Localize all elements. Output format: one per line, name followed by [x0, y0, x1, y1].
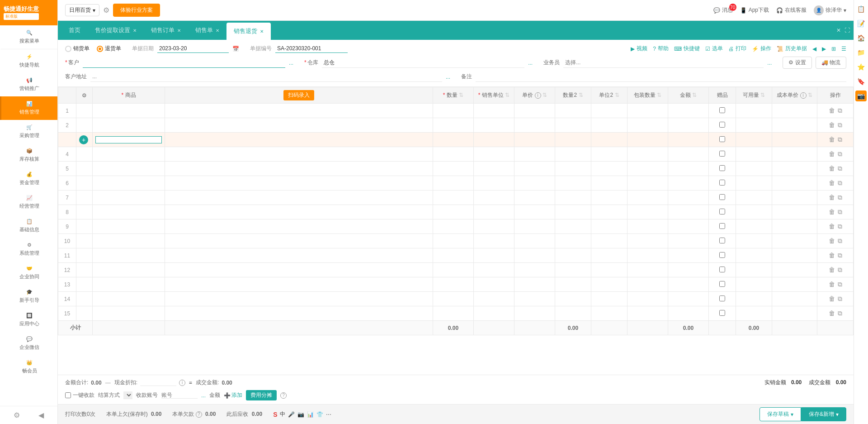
- col-header-scan[interactable]: 扫码录入: [165, 87, 433, 104]
- scan-btn[interactable]: 扫码录入: [283, 90, 314, 100]
- price-input-4[interactable]: [517, 151, 552, 157]
- row-unit2-4[interactable]: [591, 147, 627, 162]
- copy-icon-1[interactable]: ⧉: [838, 107, 842, 114]
- row-amount-10[interactable]: [668, 234, 709, 248]
- list-view-icon[interactable]: ☰: [841, 46, 846, 52]
- row-pkg-15[interactable]: [627, 306, 668, 321]
- address-input[interactable]: [90, 71, 442, 82]
- row-pkg-8[interactable]: [627, 205, 668, 219]
- row-pkg-4[interactable]: [627, 147, 668, 162]
- row-qty2-5[interactable]: [555, 162, 591, 176]
- goods-input-10[interactable]: [95, 238, 162, 244]
- row-goods-10[interactable]: [93, 234, 165, 248]
- row-unit2-3[interactable]: [591, 133, 627, 147]
- copy-icon-4[interactable]: ⧉: [838, 150, 842, 158]
- copy-icon-3[interactable]: ⧉: [838, 136, 842, 143]
- row-pkg-1[interactable]: [627, 104, 668, 118]
- pkg-input-12[interactable]: [630, 267, 665, 273]
- discount-input[interactable]: [140, 379, 176, 386]
- row-gift-10[interactable]: [709, 234, 736, 248]
- unit2-input-1[interactable]: [594, 108, 624, 114]
- delete-icon-9[interactable]: 🗑: [829, 223, 835, 230]
- history-btn[interactable]: 📜 历史单据: [777, 45, 807, 52]
- row-goods-7[interactable]: [93, 191, 165, 205]
- row-qty-6[interactable]: [433, 176, 474, 191]
- gift-checkbox-13[interactable]: [719, 281, 725, 287]
- sidebar-item-inventory[interactable]: 📦 库存核算: [0, 143, 57, 167]
- row-qty2-8[interactable]: [555, 205, 591, 219]
- row-price-6[interactable]: [514, 176, 555, 191]
- row-amount-9[interactable]: [668, 219, 709, 234]
- goods-input-9[interactable]: [95, 224, 162, 230]
- delete-icon-6[interactable]: 🗑: [829, 179, 835, 187]
- copy-icon-5[interactable]: ⧉: [838, 165, 842, 172]
- salesperson-dots[interactable]: ...: [767, 60, 772, 66]
- row-goods-3[interactable]: [93, 133, 165, 147]
- sidebar-item-basic-info[interactable]: 📋 基础信息: [0, 214, 57, 238]
- row-qty2-12[interactable]: [555, 263, 591, 277]
- qty2-input-7[interactable]: [558, 195, 588, 201]
- logistics-btn[interactable]: 🚚 物流: [816, 57, 846, 69]
- price-input-14[interactable]: [517, 296, 552, 302]
- discount-info-icon[interactable]: i: [179, 380, 185, 386]
- qty-input-14[interactable]: [436, 296, 471, 302]
- radio-return[interactable]: 退货单: [97, 45, 121, 52]
- row-qty2-1[interactable]: [555, 104, 591, 118]
- copy-icon-7[interactable]: ⧉: [838, 194, 842, 201]
- message-btn[interactable]: 💬 消息 70: [713, 6, 733, 14]
- sidebar-item-operations[interactable]: 📈 经营管理: [0, 191, 57, 214]
- row-unit2-1[interactable]: [591, 104, 627, 118]
- goods-input-4[interactable]: [95, 151, 162, 157]
- row-gift-8[interactable]: [709, 205, 736, 219]
- row-goods-15[interactable]: [93, 306, 165, 321]
- row-unit2-14[interactable]: [591, 292, 627, 306]
- unit-input-1[interactable]: [476, 108, 511, 114]
- row-qty2-2[interactable]: [555, 118, 591, 133]
- row-settings-9[interactable]: [76, 219, 93, 234]
- pkg-input-9[interactable]: [630, 224, 665, 230]
- salesperson-input[interactable]: [563, 57, 764, 68]
- amount-input-3[interactable]: [671, 137, 706, 143]
- settings-btn[interactable]: ⚙ 设置: [783, 57, 811, 69]
- grid-view-icon[interactable]: ⊞: [831, 46, 836, 52]
- calendar-icon[interactable]: 📅: [232, 46, 239, 52]
- qty-input-1[interactable]: [436, 108, 471, 114]
- row-amount-7[interactable]: [668, 191, 709, 205]
- row-gift-3[interactable]: [709, 133, 736, 147]
- radio-shipment[interactable]: 销货单: [65, 45, 90, 52]
- pkg-input-4[interactable]: [630, 151, 665, 157]
- unit2-input-3[interactable]: [594, 137, 624, 143]
- row-unit2-8[interactable]: [591, 205, 627, 219]
- delete-icon-4[interactable]: 🗑: [829, 150, 835, 158]
- delete-icon-8[interactable]: 🗑: [829, 208, 835, 216]
- copy-icon-9[interactable]: ⧉: [838, 223, 842, 230]
- tab-close-icon[interactable]: ✕: [177, 28, 181, 33]
- qty-input-7[interactable]: [436, 195, 471, 201]
- row-unit-11[interactable]: [474, 248, 514, 263]
- tab-price-settings[interactable]: 售价提取设置 ✕: [88, 22, 144, 39]
- goods-input-5[interactable]: [95, 166, 162, 172]
- row-gift-14[interactable]: [709, 292, 736, 306]
- sidebar-item-appcenter[interactable]: 🔲 应用中心: [0, 308, 57, 332]
- row-pkg-7[interactable]: [627, 191, 668, 205]
- row-amount-4[interactable]: [668, 147, 709, 162]
- row-amount-1[interactable]: [668, 104, 709, 118]
- qty2-input-15[interactable]: [558, 310, 588, 317]
- qty2-input-2[interactable]: [558, 122, 588, 129]
- delete-icon-14[interactable]: 🗑: [829, 295, 835, 303]
- goods-input-12[interactable]: [95, 267, 162, 273]
- row-settings-6[interactable]: [76, 176, 93, 191]
- price-input-1[interactable]: [517, 108, 552, 114]
- qty-input-5[interactable]: [436, 166, 471, 172]
- row-qty2-10[interactable]: [555, 234, 591, 248]
- row-gift-12[interactable]: [709, 263, 736, 277]
- gift-checkbox-6[interactable]: [719, 180, 725, 186]
- qty2-input-5[interactable]: [558, 166, 588, 172]
- amount-input-1[interactable]: [671, 108, 706, 114]
- row-settings-4[interactable]: [76, 147, 93, 162]
- sort-icon8[interactable]: ⇅: [760, 92, 765, 98]
- price-input-9[interactable]: [517, 224, 552, 230]
- unit2-input-14[interactable]: [594, 296, 624, 302]
- qty-input-4[interactable]: [436, 151, 471, 157]
- sidebar-item-wechat[interactable]: 💬 企业微信: [0, 332, 57, 355]
